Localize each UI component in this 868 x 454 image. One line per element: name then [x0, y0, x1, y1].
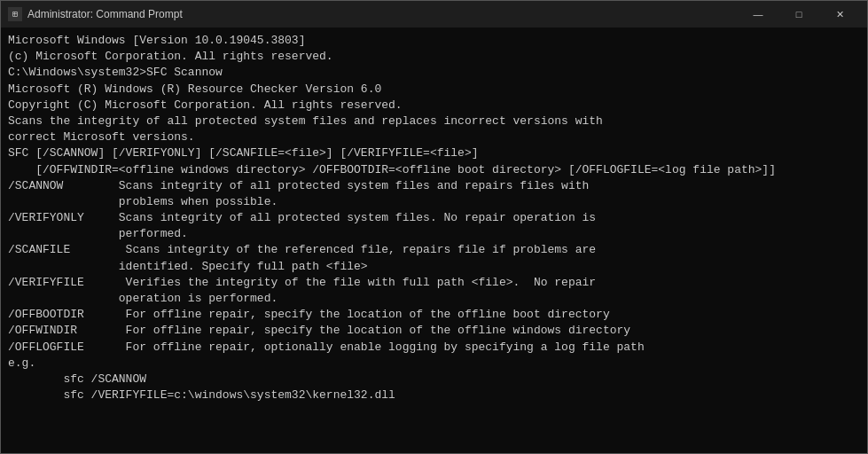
terminal-line: /OFFLOGFILE For offline repair, optional… — [8, 340, 860, 356]
window-title: Administrator: Command Prompt — [27, 8, 183, 20]
terminal-line: /OFFWINDIR For offline repair, specify t… — [8, 323, 860, 339]
terminal-line: Microsoft Windows [Version 10.0.19045.38… — [8, 33, 860, 49]
terminal-line: problems when possible. — [8, 194, 860, 210]
terminal-line: [/OFFWINDIR=<offline windows directory> … — [8, 162, 860, 178]
terminal-line: /VERIFYFILE Verifies the integrity of th… — [8, 275, 860, 291]
terminal-line: performed. — [8, 226, 860, 242]
terminal-line: operation is performed. — [8, 291, 860, 307]
terminal-line: e.g. — [8, 356, 860, 372]
terminal-line: sfc /VERIFYFILE=c:\windows\system32\kern… — [8, 387, 860, 403]
close-button[interactable]: ✕ — [819, 1, 860, 27]
terminal-line: (c) Microsoft Corporation. All rights re… — [8, 49, 860, 65]
title-bar: ⊞ Administrator: Command Prompt — □ ✕ — [1, 1, 867, 27]
minimize-button[interactable]: — — [738, 1, 778, 27]
terminal-output: Microsoft Windows [Version 10.0.19045.38… — [8, 33, 860, 403]
app-icon: ⊞ — [8, 7, 22, 21]
terminal-body[interactable]: Microsoft Windows [Version 10.0.19045.38… — [1, 27, 867, 453]
terminal-line: Microsoft (R) Windows (R) Resource Check… — [8, 82, 860, 98]
terminal-line: /VERIFYONLY Scans integrity of all prote… — [8, 210, 860, 226]
window-controls: — □ ✕ — [738, 1, 860, 27]
command-prompt-window: ⊞ Administrator: Command Prompt — □ ✕ Mi… — [0, 0, 868, 454]
maximize-button[interactable]: □ — [778, 1, 819, 27]
terminal-line: Scans the integrity of all protected sys… — [8, 114, 860, 129]
terminal-line: sfc /SCANNOW — [8, 372, 860, 387]
terminal-line: /SCANFILE Scans integrity of the referen… — [8, 242, 860, 258]
terminal-line: identified. Specify full path <file> — [8, 259, 860, 275]
terminal-line: C:\Windows\system32>SFC Scannow — [8, 65, 860, 81]
terminal-line: SFC [/SCANNOW] [/VERIFYONLY] [/SCANFILE=… — [8, 145, 860, 161]
title-bar-left: ⊞ Administrator: Command Prompt — [8, 7, 183, 21]
terminal-line: /SCANNOW Scans integrity of all protecte… — [8, 178, 860, 194]
terminal-line: Copyright (C) Microsoft Corporation. All… — [8, 98, 860, 114]
terminal-line: correct Microsoft versions. — [8, 129, 860, 145]
terminal-line: /OFFBOOTDIR For offline repair, specify … — [8, 307, 860, 323]
